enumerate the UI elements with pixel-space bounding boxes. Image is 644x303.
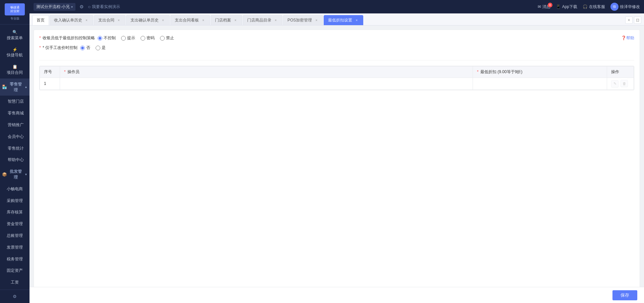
- maximize-tab-btn[interactable]: ⊡: [634, 16, 641, 24]
- online-service-action[interactable]: 🎧 在线客服: [583, 4, 605, 10]
- sidebar-item-salary[interactable]: 工资: [0, 276, 30, 288]
- edit-row-button[interactable]: ✎: [611, 80, 619, 88]
- tab-store-goods-close[interactable]: ×: [273, 18, 278, 23]
- tab-payment-confirm-label: 支出确认单历史: [130, 17, 159, 23]
- strategy-ban-radio[interactable]: [160, 36, 165, 41]
- sidebar-item-project-contract[interactable]: 📋 项目合同: [0, 61, 30, 79]
- sidebar-item-purchase-mgmt[interactable]: 采购管理: [0, 195, 30, 207]
- tab-pos-close[interactable]: ×: [314, 18, 319, 23]
- sidebar-item-help-center[interactable]: 帮助中心: [0, 154, 30, 166]
- manual-yes[interactable]: 是: [96, 45, 106, 51]
- tab-pos-password[interactable]: POS加密管理 ×: [283, 15, 323, 25]
- strategy-ban-label: 禁止: [166, 35, 174, 41]
- strategy-radio-group: 不控制 提示 密码 禁止: [98, 35, 174, 41]
- retail-mall-label: 零售商城: [8, 110, 24, 116]
- sidebar: 畅捷通好业财 专业版 🔍 搜索菜单 ⚡ 快捷导航 📋 项目合同 🏪 零售管理 ▲…: [0, 0, 30, 303]
- tab-home-label: 首页: [37, 17, 45, 23]
- save-button[interactable]: 保存: [612, 290, 637, 300]
- tab-store-goods[interactable]: 门店商品目录 ×: [243, 15, 282, 25]
- sidebar-item-member-center[interactable]: 会员中心: [0, 131, 30, 143]
- tab-payment-board-close[interactable]: ×: [201, 18, 206, 23]
- ecommerce-label: 小畅电商: [7, 186, 23, 192]
- sidebar-item-retail-mgmt[interactable]: 🏪 零售管理 ▲: [0, 79, 30, 96]
- sidebar-item-label: 项目合同: [7, 70, 23, 75]
- sidebar-item-wholesale-mgmt[interactable]: 📦 批发管理 ▼: [0, 166, 30, 183]
- strategy-label-text: 收银员低于最低折扣控制策略: [43, 36, 95, 40]
- shortcuts-icon: ⚡: [12, 47, 17, 53]
- table-row: 1 ✎ 🗑: [40, 78, 634, 90]
- topbar-settings-icon[interactable]: ⚙: [79, 4, 84, 9]
- strategy-password-radio[interactable]: [141, 36, 145, 41]
- sidebar-item-smart-store[interactable]: 智慧门店: [0, 96, 30, 107]
- tab-min-discount-close[interactable]: ×: [354, 18, 359, 23]
- help-link[interactable]: ❓帮助: [621, 35, 634, 41]
- close-tab-btn[interactable]: ×: [625, 16, 633, 24]
- sidebar-item-tax-mgmt[interactable]: 税务管理: [0, 253, 30, 265]
- sidebar-item-capital-mgmt[interactable]: 资金管理: [0, 218, 30, 230]
- sidebar-item-shortcuts[interactable]: ⚡ 快捷导航: [0, 44, 30, 61]
- strategy-ban[interactable]: 禁止: [160, 35, 174, 41]
- discount-table: 序号 * 操作员 * 最低折扣 (9.00等于9折) 操作: [40, 66, 634, 90]
- row-discount: [473, 78, 607, 90]
- sidebar-item-retail-mall[interactable]: 零售商城: [0, 107, 30, 119]
- tab-payment-confirm-close[interactable]: ×: [161, 18, 165, 23]
- manual-radio-group: 否 是: [80, 45, 106, 51]
- sidebar-item-inventory[interactable]: 库存核算: [0, 206, 30, 218]
- tab-store-file-close[interactable]: ×: [233, 18, 238, 23]
- sidebar-item-retail-stats[interactable]: 零售统计: [0, 143, 30, 154]
- app-download-action[interactable]: 📱 App下载: [556, 4, 577, 10]
- strategy-tip[interactable]: 提示: [121, 35, 135, 41]
- purchase-label: 采购管理: [7, 198, 23, 204]
- retail-stats-label: 零售统计: [8, 146, 24, 151]
- strategy-tip-label: 提示: [127, 35, 135, 41]
- logo-image: 畅捷通好业财: [5, 3, 25, 15]
- message-action[interactable]: ✉ 消息 8: [538, 4, 550, 10]
- discount-header-text: 最低折扣 (9.00等于9折): [480, 69, 522, 74]
- topbar-project[interactable]: 测试分开流程-小兄 ▾: [34, 3, 75, 11]
- strategy-no-control-radio[interactable]: [98, 36, 102, 41]
- topbar-user[interactable]: 徐 徐泽华修改: [610, 3, 640, 11]
- sidebar-item-fixed-assets[interactable]: 固定资产: [0, 265, 30, 276]
- sidebar-item-label: 快捷导航: [7, 52, 23, 58]
- tab-income-history[interactable]: 收入确认单历史 ×: [50, 15, 93, 25]
- sidebar-item-general-ledger[interactable]: 总账管理: [0, 230, 30, 242]
- sidebar-settings[interactable]: ⚙: [0, 290, 30, 303]
- tab-payment-contract[interactable]: 支出合同 ×: [94, 15, 125, 25]
- general-ledger-label: 总账管理: [7, 233, 23, 239]
- search-icon: 🔍: [12, 30, 17, 35]
- demo-label: 我要看实例演示: [92, 4, 120, 10]
- sidebar-item-marketing[interactable]: 营销推广: [0, 119, 30, 131]
- sidebar-item-search[interactable]: 🔍 搜索菜单: [0, 27, 30, 44]
- topbar-demo[interactable]: ○ 我要看实例演示: [88, 4, 120, 10]
- tab-min-discount[interactable]: 最低折扣设置 ×: [324, 15, 363, 25]
- tab-payment-contract-close[interactable]: ×: [116, 18, 121, 23]
- sidebar-item-label: 批发管理: [8, 169, 23, 180]
- row-seq: 1: [40, 78, 60, 90]
- sidebar-logo: 畅捷通好业财 专业版: [0, 0, 30, 24]
- tab-payment-contract-board[interactable]: 支出合同看板 ×: [170, 15, 210, 25]
- manual-yes-radio[interactable]: [96, 46, 100, 50]
- tab-home[interactable]: 首页: [32, 15, 49, 25]
- wholesale-icon: 📦: [2, 172, 7, 178]
- table-header-row: 序号 * 操作员 * 最低折扣 (9.00等于9折) 操作: [40, 66, 634, 78]
- settings-icon: ⚙: [13, 294, 17, 299]
- project-icon: 📋: [12, 64, 17, 70]
- tab-store-file[interactable]: 门店档案 ×: [211, 15, 242, 25]
- content-area: ❓帮助 * 收银员低于最低折扣控制策略 不控制: [30, 26, 644, 303]
- sidebar-item-invoice-mgmt[interactable]: 发票管理: [0, 242, 30, 253]
- strategy-required-marker: *: [39, 36, 41, 40]
- sidebar-item-ecommerce[interactable]: 小畅电商: [0, 183, 30, 195]
- salary-label: 工资: [11, 280, 19, 285]
- manual-no-radio[interactable]: [80, 46, 85, 50]
- strategy-no-control[interactable]: 不控制: [98, 35, 116, 41]
- tab-payment-confirm-history[interactable]: 支出确认单历史 ×: [126, 15, 170, 25]
- delete-row-button[interactable]: 🗑: [621, 80, 628, 87]
- manual-no-label: 否: [86, 45, 90, 51]
- strategy-password[interactable]: 密码: [141, 35, 155, 41]
- manual-no[interactable]: 否: [80, 45, 90, 51]
- col-seq-header: 序号: [40, 66, 60, 78]
- app-download-label: App下载: [562, 4, 577, 10]
- strategy-tip-radio[interactable]: [121, 36, 126, 41]
- tab-income-history-close[interactable]: ×: [84, 18, 89, 23]
- manual-row: * * 仅手工改价时控制 否 是: [39, 45, 634, 51]
